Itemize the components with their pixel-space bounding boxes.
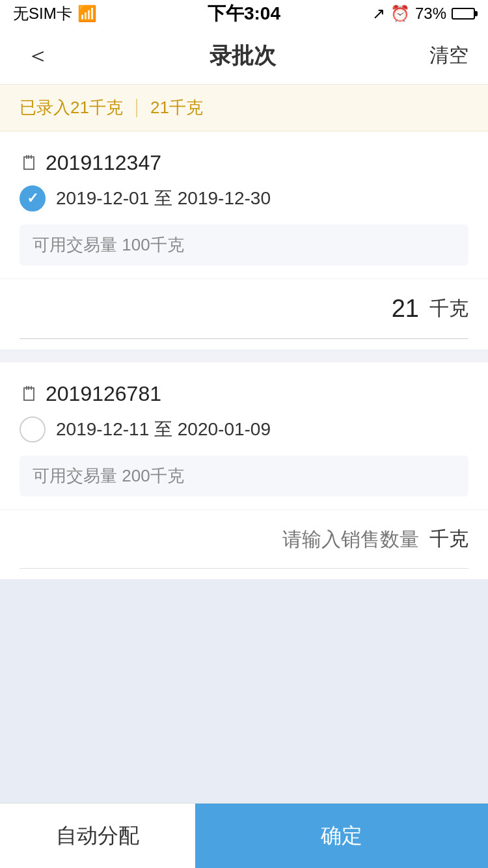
batch-icon-1: 🗒 [20, 152, 39, 174]
batch-date-1: 2019-12-01 至 2019-12-30 [56, 186, 271, 211]
battery-percent: 73% [415, 5, 446, 23]
spacer-area [0, 579, 488, 826]
carrier-label: 无SIM卡 [13, 3, 72, 24]
status-left: 无SIM卡 📶 [13, 3, 97, 24]
wifi-icon: 📶 [77, 5, 97, 23]
batch-date-2: 2019-12-11 至 2020-01-09 [56, 417, 271, 442]
amount-row-1: 千克 [0, 278, 488, 338]
back-button[interactable]: ＜ [20, 33, 56, 78]
batch-card-1: 🗒 2019112347 2019-12-01 至 2019-12-30 可用交… [0, 131, 488, 278]
status-time: 下午3:04 [208, 1, 280, 26]
status-bar: 无SIM卡 📶 下午3:04 ↗ ⏰ 73% [0, 0, 488, 27]
batch-id-2: 2019126781 [46, 382, 161, 406]
alarm-icon: ⏰ [390, 5, 410, 23]
batch-card-2: 🗒 2019126781 2019-12-11 至 2020-01-09 可用交… [0, 362, 488, 509]
input-row-2: 千克 [0, 509, 488, 568]
nav-bar: ＜ 录批次 清空 [0, 27, 488, 85]
battery-icon [452, 8, 475, 20]
bottom-bar: 自动分配 确定 [0, 803, 488, 868]
clear-button[interactable]: 清空 [429, 42, 468, 69]
location-icon: ↗ [372, 5, 385, 23]
batch-date-row-2[interactable]: 2019-12-11 至 2020-01-09 [20, 416, 468, 442]
batch-icon-2: 🗒 [20, 383, 39, 405]
page-title: 录批次 [210, 41, 276, 71]
amount-input-1[interactable] [341, 295, 419, 323]
auto-distribute-button[interactable]: 自动分配 [0, 804, 195, 868]
amount-section-1: 千克 [0, 278, 488, 349]
info-banner: 已录入21千克 21千克 [0, 85, 488, 131]
amount-unit-1: 千克 [429, 295, 468, 322]
radio-2[interactable] [20, 416, 46, 442]
qty-unit-2: 千克 [429, 526, 468, 552]
batch-qty-2: 可用交易量 200千克 [20, 455, 468, 496]
info-divider [136, 99, 137, 117]
total-label: 21千克 [150, 96, 203, 119]
recorded-label: 已录入21千克 [20, 96, 123, 119]
batch-header-2: 🗒 2019126781 [20, 382, 468, 406]
qty-input-2[interactable] [20, 528, 419, 550]
confirm-button[interactable]: 确定 [195, 804, 488, 868]
batch-date-row-1[interactable]: 2019-12-01 至 2019-12-30 [20, 185, 468, 211]
input-section-2: 千克 [0, 509, 488, 579]
batch-id-1: 2019112347 [46, 151, 161, 175]
batch-qty-1: 可用交易量 100千克 [20, 224, 468, 265]
radio-1[interactable] [20, 185, 46, 211]
section-separator [0, 349, 488, 362]
status-right: ↗ ⏰ 73% [372, 5, 475, 23]
batch-header-1: 🗒 2019112347 [20, 151, 468, 175]
